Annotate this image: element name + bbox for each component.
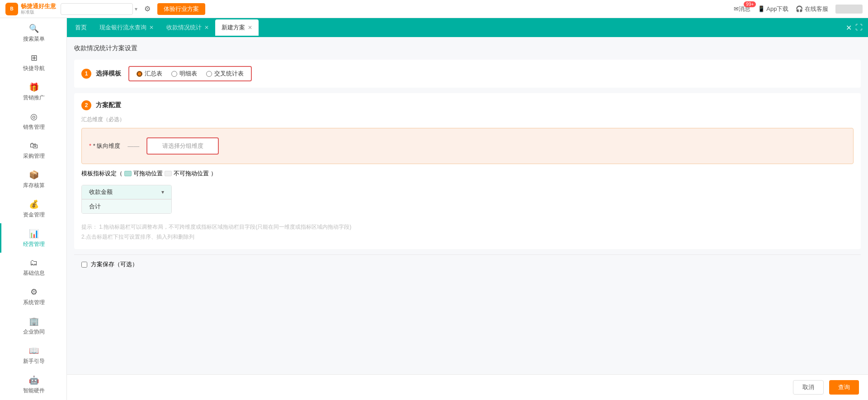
- messages-badge: 99+: [744, 1, 756, 7]
- download-button[interactable]: 📱 App下载: [758, 5, 788, 13]
- sidebar-item-operations[interactable]: 📊 经营管理: [0, 223, 66, 253]
- messages-button[interactable]: ✉ 消息 99+: [734, 5, 750, 13]
- legend-draggable-label: 可拖动位置: [133, 169, 163, 178]
- indicator-table-row: 合计: [82, 199, 171, 213]
- cancel-button[interactable]: 取消: [793, 380, 824, 395]
- marketing-icon: 🎁: [29, 82, 39, 92]
- indicator-settings-header: 模板指标设定（ 可拖动位置 不可拖动位置 ）: [81, 169, 854, 178]
- indicator-table-header[interactable]: 收款金额 ▾: [82, 185, 171, 199]
- sidebar-item-nav[interactable]: ⊞ 快捷导航: [0, 47, 66, 77]
- tab-new-plan[interactable]: 新建方案 ✕: [215, 19, 259, 36]
- sidebar-label-inventory: 库存核算: [23, 182, 45, 189]
- sidebar-item-enterprise[interactable]: 🏢 企业协同: [0, 311, 66, 340]
- system-icon: ⚙: [30, 287, 38, 297]
- tab-expand-icon[interactable]: ⛶: [855, 24, 863, 32]
- search-input[interactable]: [61, 3, 133, 15]
- content-area: 首页 现金银行流水查询 ✕ 收款情况统计 ✕ 新建方案 ✕ ✕ ⛶ 收款情况统计…: [67, 18, 868, 400]
- top-bar: B 畅捷通好生意 标准版 ▾ ⚙ 体验行业方案 ✉ 消息 99+ 📱 App下载…: [0, 0, 868, 18]
- tab-receipts-close-icon[interactable]: ✕: [204, 24, 209, 31]
- sidebar-label-marketing: 营销推广: [23, 94, 45, 102]
- tab-receipts[interactable]: 收款情况统计 ✕: [160, 19, 215, 36]
- dropdown-arrow-icon[interactable]: ▾: [135, 6, 137, 12]
- radio-cross[interactable]: 交叉统计表: [206, 70, 244, 78]
- legend-non-draggable: 不可拖动位置: [165, 169, 209, 178]
- page-title: 收款情况统计方案设置: [74, 44, 861, 52]
- online-service-button[interactable]: 🎧 在线客服: [796, 5, 828, 13]
- template-section: 1 选择模板 汇总表 明细表: [74, 60, 861, 88]
- indicator-table: 收款金额 ▾ 合计: [81, 185, 172, 214]
- tab-receipts-label: 收款情况统计: [166, 24, 202, 32]
- page-content: 收款情况统计方案设置 1 选择模板 汇总表: [67, 37, 868, 374]
- sidebar-item-finance[interactable]: 💰 资金管理: [0, 194, 66, 223]
- radio-detail-input[interactable]: [171, 71, 177, 77]
- tab-home[interactable]: 首页: [69, 19, 93, 36]
- radio-summary-label: 汇总表: [145, 70, 162, 78]
- hardware-icon: 🤖: [29, 375, 39, 385]
- arrow-line: ——: [127, 143, 139, 150]
- tab-bank[interactable]: 现金银行流水查询 ✕: [93, 19, 160, 36]
- sidebar-item-search[interactable]: 🔍 搜索菜单: [0, 18, 66, 47]
- operations-icon: 📊: [29, 229, 39, 239]
- tips-section: 提示： 1.拖动标题栏可以调整布局，不可跨维度或指标区域拖动栏目字段(只能在同一…: [81, 222, 854, 242]
- sidebar-item-hardware[interactable]: 🤖 智能硬件: [0, 370, 66, 399]
- try-industry-button[interactable]: 体验行业方案: [157, 3, 205, 15]
- sidebar-item-sales[interactable]: ◎ 销售管理: [0, 106, 66, 136]
- radio-summary[interactable]: 汇总表: [137, 70, 162, 78]
- section-title-1: 选择模板: [96, 70, 121, 78]
- sidebar-label-finance: 资金管理: [23, 211, 45, 219]
- indicator-dropdown-icon[interactable]: ▾: [161, 189, 164, 195]
- sidebar-item-system[interactable]: ⚙ 系统管理: [0, 282, 66, 311]
- radio-detail[interactable]: 明细表: [171, 70, 197, 78]
- indicator-header-text: 收款金额: [89, 188, 113, 196]
- template-section-header: 1 选择模板 汇总表 明细表: [74, 60, 861, 88]
- tab-bar: 首页 现金银行流水查询 ✕ 收款情况统计 ✕ 新建方案 ✕ ✕ ⛶: [67, 18, 868, 37]
- draggable-legend-box: [124, 171, 132, 176]
- service-icon: 🎧: [796, 5, 803, 12]
- dimension-title-text: 汇总维度（必选）: [81, 116, 125, 122]
- sidebar-label-basic: 基础信息: [23, 269, 45, 277]
- sidebar: 🔍 搜索菜单 ⊞ 快捷导航 🎁 营销推广 ◎ 销售管理 🛍 采购管理 📦 库存核…: [0, 18, 67, 400]
- tab-bank-close-icon[interactable]: ✕: [149, 24, 154, 31]
- enterprise-icon: 🏢: [29, 316, 39, 326]
- basic-icon: 🗂: [30, 258, 38, 268]
- tab-close-window-icon[interactable]: ✕: [846, 24, 852, 32]
- template-radio-group: 汇总表 明细表 交叉统计表: [137, 70, 244, 78]
- sidebar-label-nav: 快捷导航: [23, 65, 45, 72]
- app-logo: B 畅捷通好生意 标准版: [5, 3, 56, 15]
- plan-save-section: 方案保存（可选）: [74, 254, 861, 274]
- download-label: App下载: [766, 5, 788, 12]
- query-button[interactable]: 查询: [829, 380, 859, 395]
- guide-icon: 📖: [29, 346, 39, 356]
- sidebar-label-hardware: 智能硬件: [23, 387, 45, 395]
- dimension-select[interactable]: 请选择分组维度: [146, 137, 219, 155]
- sidebar-label-sales: 销售管理: [23, 123, 45, 131]
- sidebar-label-purchase: 采购管理: [23, 152, 45, 160]
- legend-close-paren: ）: [211, 169, 217, 178]
- sidebar-label-search: 搜索菜单: [23, 35, 45, 43]
- radio-cross-label: 交叉统计表: [214, 70, 244, 78]
- tab-new-plan-label: 新建方案: [222, 24, 245, 32]
- top-bar-right: ✉ 消息 99+ 📱 App下载 🎧 在线客服: [734, 5, 863, 14]
- sidebar-item-purchase[interactable]: 🛍 采购管理: [0, 136, 66, 165]
- sidebar-item-marketing[interactable]: 🎁 营销推广: [0, 77, 66, 106]
- top-nav-search[interactable]: ▾: [61, 3, 137, 15]
- main-layout: 🔍 搜索菜单 ⊞ 快捷导航 🎁 营销推广 ◎ 销售管理 🛍 采购管理 📦 库存核…: [0, 18, 868, 400]
- vertical-dimension-label: * * 纵向维度: [89, 142, 120, 150]
- sidebar-item-basic[interactable]: 🗂 基础信息: [0, 253, 66, 282]
- radio-summary-input[interactable]: [137, 71, 142, 77]
- messages-icon: ✉: [734, 5, 739, 12]
- logo-icon: B: [5, 3, 18, 15]
- radio-cross-input[interactable]: [206, 71, 212, 77]
- plan-save-checkbox[interactable]: [81, 262, 87, 268]
- tips-line1: 提示： 1.拖动标题栏可以调整布局，不可跨维度或指标区域拖动栏目字段(只能在同一…: [81, 222, 854, 232]
- top-right-actions: ✉ 消息 99+ 📱 App下载 🎧 在线客服: [734, 5, 863, 14]
- sidebar-item-guide[interactable]: 📖 新手引导: [0, 340, 66, 370]
- user-avatar[interactable]: [835, 5, 863, 14]
- plan-save-label: 方案保存（可选）: [91, 260, 138, 268]
- sales-icon: ◎: [30, 112, 38, 122]
- tab-bar-actions: ✕ ⛶: [846, 24, 866, 32]
- sidebar-item-inventory[interactable]: 📦 库存核算: [0, 165, 66, 194]
- gear-button[interactable]: ⚙: [142, 4, 153, 14]
- tab-new-plan-close-icon[interactable]: ✕: [248, 24, 252, 31]
- non-draggable-legend-box: [165, 171, 172, 176]
